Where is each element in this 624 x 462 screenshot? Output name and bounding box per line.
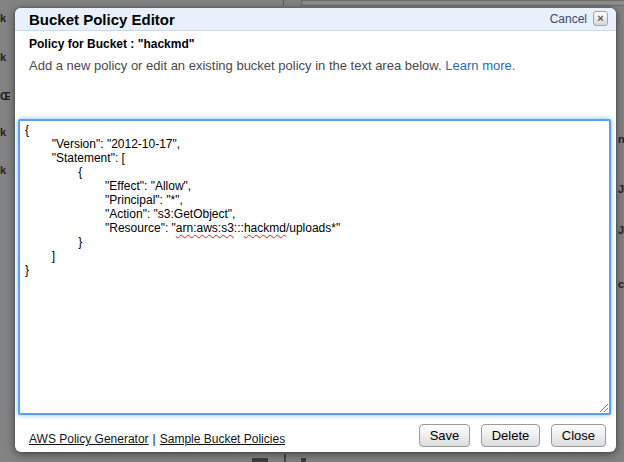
resource-prefix: "Resource": " [25,221,176,235]
background-text-fragment: Œ [0,90,10,102]
background-divider-line [284,454,286,462]
background-text-fragment: n [618,133,624,145]
background-text-fragment: k [0,51,10,63]
background-text-fragment: c [618,278,624,290]
learn-more-link[interactable]: Learn more. [445,58,515,73]
policy-line: "Statement": [ [25,151,604,165]
background-text-fragment: k [0,12,10,24]
resource-mid: ::: [234,221,244,235]
policy-textarea[interactable]: { "Version": "2012-10-17", "Statement": … [18,119,611,415]
resource-suffix: /uploads*" [286,221,340,235]
textarea-resize-handle[interactable] [598,402,608,412]
policy-line: "Principal": "*", [25,193,604,207]
dialog-titlebar: Bucket Policy Editor Cancel × [15,8,616,31]
background-header-fragment [301,0,624,6]
spellcheck-underline: arn:aws:s3 [176,221,234,235]
background-text-fragment: k [0,126,10,138]
policy-line: { [25,123,604,137]
description-text: Add a new policy or edit an existing buc… [29,58,442,73]
link-separator: | [153,432,156,446]
spellcheck-underline: hackmd [244,221,286,235]
background-text-fragment: J [618,224,624,236]
background-text-fragment: k [0,164,10,176]
policy-line: } [25,235,604,249]
sample-bucket-policies-link[interactable]: Sample Bucket Policies [160,432,285,446]
policy-line: "Effect": "Allow", [25,179,604,193]
dialog-description: Add a new policy or edit an existing buc… [29,58,515,73]
dialog-title: Bucket Policy Editor [29,11,175,28]
dialog-buttons: Save Delete Close [413,424,606,447]
policy-line: "Action": "s3:GetObject", [25,207,604,221]
footer-links: AWS Policy Generator|Sample Bucket Polic… [29,432,285,446]
policy-line: ] [25,249,604,263]
background-fragment [301,458,306,462]
background-text-fragment: J [618,183,624,195]
background-divider-line [283,0,284,6]
aws-policy-generator-link[interactable]: AWS Policy Generator [29,432,149,446]
close-x-icon[interactable]: × [593,11,608,26]
close-button[interactable]: Close [551,424,606,447]
save-button[interactable]: Save [419,424,471,447]
policy-line: "Version": "2012-10-17", [25,137,604,151]
background-fragment [252,458,268,462]
cancel-link[interactable]: Cancel [550,12,587,26]
policy-for-bucket-label: Policy for Bucket : "hackmd" [29,37,194,51]
policy-line-resource: "Resource": "arn:aws:s3:::hackmd/uploads… [25,221,604,235]
bucket-policy-editor-dialog: Bucket Policy Editor Cancel × Policy for… [15,8,616,452]
policy-line: { [25,165,604,179]
policy-line: } [25,263,604,277]
delete-button[interactable]: Delete [481,424,541,447]
